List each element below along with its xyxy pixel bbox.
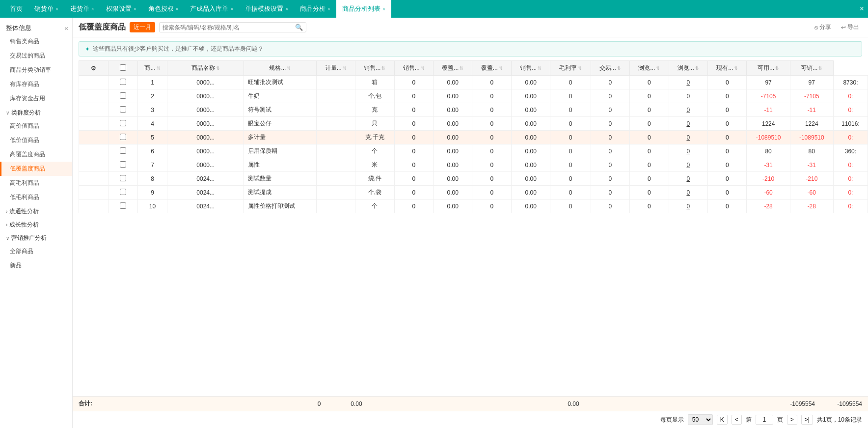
row-browse1[interactable]: 0 bbox=[669, 131, 707, 144]
share-button[interactable]: ⎋ 分享 bbox=[812, 22, 834, 33]
row-checkbox[interactable] bbox=[108, 103, 138, 117]
nav-purchase[interactable]: 进货单 × bbox=[64, 0, 100, 18]
col-sellable[interactable]: 可销...⇅ bbox=[790, 61, 833, 76]
sidebar-section-category[interactable]: ∨ 类群度分析 bbox=[0, 106, 72, 119]
settings-col-header[interactable]: ⚙ bbox=[79, 61, 108, 76]
close-icon[interactable]: × bbox=[327, 6, 330, 12]
row-checkbox[interactable] bbox=[108, 76, 138, 89]
last-page-button[interactable]: >| bbox=[801, 415, 813, 425]
close-icon[interactable]: × bbox=[230, 6, 233, 12]
col-trade[interactable]: 交易...⇅ bbox=[591, 61, 629, 76]
sidebar-item-stock-fund[interactable]: 库存资金占用 bbox=[0, 91, 72, 106]
next-page-button[interactable]: > bbox=[787, 415, 797, 425]
sidebar-header[interactable]: 整体信息 « bbox=[0, 22, 72, 34]
close-icon[interactable]: × bbox=[91, 6, 94, 12]
prev-page-button[interactable]: < bbox=[732, 415, 742, 425]
row-checkbox[interactable] bbox=[108, 89, 138, 103]
sidebar-item-category-rate[interactable]: 商品分类动销率 bbox=[0, 63, 72, 77]
row-checkbox[interactable] bbox=[108, 158, 138, 172]
nav-home[interactable]: 首页 bbox=[4, 0, 28, 18]
checkbox-col-header[interactable] bbox=[108, 61, 138, 76]
col-sales-days[interactable]: 销售...⇅ bbox=[511, 61, 550, 76]
col-cover2[interactable]: 覆盖...⇅ bbox=[472, 61, 511, 76]
col-available[interactable]: 可用...⇅ bbox=[747, 61, 790, 76]
close-icon[interactable]: × bbox=[382, 6, 385, 12]
search-input[interactable] bbox=[163, 24, 293, 31]
row-settings[interactable] bbox=[79, 76, 108, 89]
row-browse1[interactable]: 0 bbox=[669, 200, 707, 213]
col-name[interactable]: 商品名称⇅ bbox=[167, 61, 244, 76]
nav-product-entry[interactable]: 产成品入库单 × bbox=[184, 0, 239, 18]
page-size-select[interactable]: 50 20 100 bbox=[688, 414, 713, 425]
row-sales-qty: 0 bbox=[394, 117, 433, 131]
sidebar-item-sales-goods[interactable]: 销售类商品 bbox=[0, 34, 72, 49]
sidebar-section-marketing[interactable]: ∨ 营销推广分析 bbox=[0, 231, 72, 244]
col-spec[interactable]: 规格...⇅ bbox=[244, 61, 316, 76]
nav-permission[interactable]: 权限设置 × bbox=[100, 0, 142, 18]
nav-analysis-list[interactable]: 商品分析列表 × bbox=[336, 0, 391, 18]
select-all-checkbox[interactable] bbox=[120, 64, 126, 71]
row-settings[interactable] bbox=[79, 172, 108, 186]
row-checkbox[interactable] bbox=[108, 117, 138, 131]
row-checkbox[interactable] bbox=[108, 186, 138, 200]
row-settings[interactable] bbox=[79, 158, 108, 172]
sidebar-section-growth[interactable]: › 成长性分析 bbox=[0, 218, 72, 231]
col-sales-amt[interactable]: 销售...⇅ bbox=[394, 61, 433, 76]
sidebar-item-high-margin[interactable]: 高毛利商品 bbox=[0, 176, 72, 190]
row-spec bbox=[316, 89, 355, 103]
page-input[interactable] bbox=[756, 415, 773, 425]
nav-role[interactable]: 角色授权 × bbox=[142, 0, 185, 18]
sidebar-item-all-goods[interactable]: 全部商品 bbox=[0, 244, 72, 258]
period-button[interactable]: 近一月 bbox=[130, 22, 155, 32]
row-browse1[interactable]: 0 bbox=[669, 76, 707, 89]
col-browse2[interactable]: 浏览...⇅ bbox=[669, 61, 707, 76]
row-settings[interactable] bbox=[79, 186, 108, 200]
col-cover1[interactable]: 覆盖...⇅ bbox=[434, 61, 472, 76]
col-browse1[interactable]: 浏览...⇅ bbox=[630, 61, 669, 76]
search-box[interactable]: 🔍 bbox=[159, 22, 306, 32]
chevron-down-icon: ∨ bbox=[6, 235, 9, 241]
sidebar-item-low-margin[interactable]: 低毛利商品 bbox=[0, 190, 72, 204]
sidebar-item-traded-goods[interactable]: 交易过的商品 bbox=[0, 49, 72, 63]
close-icon[interactable]: × bbox=[134, 6, 136, 12]
col-sales-qty[interactable]: 销售...⇅ bbox=[355, 61, 394, 76]
first-page-button[interactable]: K bbox=[717, 415, 728, 425]
sidebar-item-in-stock[interactable]: 有库存商品 bbox=[0, 77, 72, 91]
col-unit[interactable]: 计量...⇅ bbox=[316, 61, 355, 76]
row-checkbox[interactable] bbox=[108, 131, 138, 144]
row-browse1[interactable]: 0 bbox=[669, 158, 707, 172]
nav-analysis[interactable]: 商品分析 × bbox=[294, 0, 336, 18]
sidebar-item-new-goods[interactable]: 新品 bbox=[0, 258, 72, 273]
sidebar-section-flow[interactable]: › 流通性分析 bbox=[0, 204, 72, 218]
row-settings[interactable] bbox=[79, 117, 108, 131]
row-checkbox[interactable] bbox=[108, 200, 138, 213]
row-settings[interactable] bbox=[79, 103, 108, 117]
row-browse1[interactable]: 0 bbox=[669, 186, 707, 200]
export-button[interactable]: ↩ 导出 bbox=[838, 22, 862, 33]
row-settings[interactable] bbox=[79, 131, 108, 144]
nav-template[interactable]: 单据模板设置 × bbox=[239, 0, 294, 18]
row-settings[interactable] bbox=[79, 200, 108, 213]
window-close-button[interactable]: × bbox=[860, 4, 864, 13]
row-settings[interactable] bbox=[79, 144, 108, 158]
sidebar-item-low-value[interactable]: 低价值商品 bbox=[0, 133, 72, 147]
close-icon[interactable]: × bbox=[55, 6, 58, 12]
close-icon[interactable]: × bbox=[176, 6, 179, 12]
close-icon[interactable]: × bbox=[285, 6, 288, 12]
col-gross-rate[interactable]: 毛利率⇅ bbox=[550, 61, 591, 76]
row-browse1[interactable]: 0 bbox=[669, 89, 707, 103]
sidebar-item-high-coverage[interactable]: 高覆盖度商品 bbox=[0, 147, 72, 162]
nav-sales[interactable]: 销货单 × bbox=[28, 0, 64, 18]
row-settings[interactable] bbox=[79, 89, 108, 103]
row-browse1[interactable]: 0 bbox=[669, 144, 707, 158]
sidebar-item-high-value[interactable]: 高价值商品 bbox=[0, 119, 72, 133]
row-browse1[interactable]: 0 bbox=[669, 103, 707, 117]
row-checkbox[interactable] bbox=[108, 172, 138, 186]
collapse-icon[interactable]: « bbox=[64, 24, 68, 32]
col-code[interactable]: 商...⇅ bbox=[138, 61, 167, 76]
sidebar-item-low-coverage[interactable]: 低覆盖度商品 bbox=[0, 162, 72, 176]
col-current-stock[interactable]: 现有...⇅ bbox=[707, 61, 746, 76]
row-browse1[interactable]: 0 bbox=[669, 117, 707, 131]
row-checkbox[interactable] bbox=[108, 144, 138, 158]
row-browse1[interactable]: 0 bbox=[669, 172, 707, 186]
